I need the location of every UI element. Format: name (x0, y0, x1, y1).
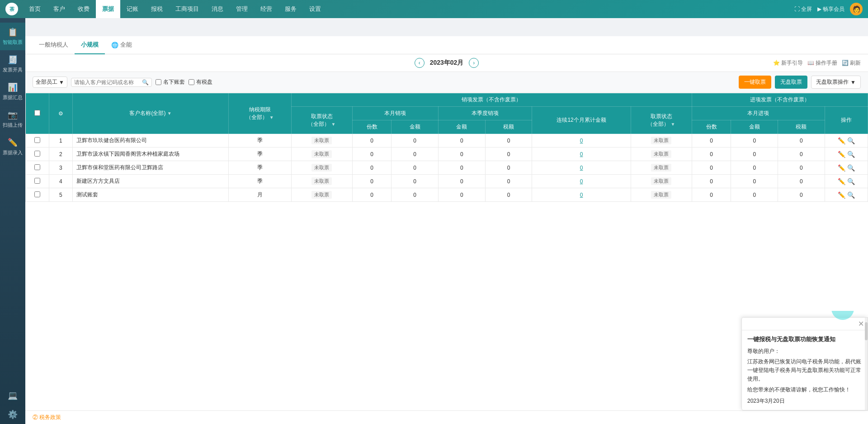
row4-checkbox[interactable] (26, 175, 49, 188)
tax-period-filter-icon[interactable]: ▼ (269, 115, 274, 120)
sales-status-filter-icon[interactable]: ▼ (331, 122, 335, 127)
row5-checkbox[interactable] (26, 188, 49, 202)
sidebar-item-computer[interactable]: 💻 (0, 386, 25, 405)
purchase-status-filter-icon[interactable]: ▼ (671, 122, 675, 127)
nav-home[interactable]: 首页 (23, 0, 47, 18)
row1-checkbox[interactable] (26, 134, 49, 148)
row4-sales-quarter-tax: 0 (485, 175, 532, 188)
nav-business[interactable]: 工商项目 (169, 0, 205, 18)
table-header-row1: ⚙ 客户名称(全部) ▼ 纳税期限（全部） ▼ 销项发票（不含作废票） 进项发票… (26, 93, 868, 107)
nav-invoice[interactable]: 票据 (96, 0, 120, 18)
no-disk-ticket-btn[interactable]: 无盘取票 (775, 76, 807, 89)
notification-date: 2023年3月20日 (747, 397, 862, 405)
row2-edit-icon[interactable]: ✏️ (838, 151, 845, 158)
nav-management[interactable]: 管理 (230, 0, 254, 18)
tab-all[interactable]: 🌐 全能 (105, 36, 138, 54)
member-btn[interactable]: ▶ 畅享会员 (817, 5, 844, 13)
tab-general-taxpayer[interactable]: 一般纳税人 (33, 36, 75, 54)
row1-sales-month-count: 0 (352, 134, 391, 148)
row4-12month[interactable]: 0 (532, 175, 631, 188)
col-customer-name-header[interactable]: 客户名称(全部) ▼ (72, 93, 229, 134)
row2-checkbox[interactable] (26, 148, 49, 161)
user-avatar[interactable]: 🧑 (850, 3, 863, 15)
row3-sales-quarter-amount: 0 (438, 161, 485, 175)
period-nav-right: ⭐ 新手引导 📖 操作手册 🔄 刷新 (773, 59, 861, 67)
refresh-btn[interactable]: 🔄 刷新 (842, 59, 861, 67)
col-purchase-status-header[interactable]: 取票状态（全部） ▼ (631, 107, 692, 134)
row5-12month[interactable]: 0 (532, 188, 631, 202)
sidebar: 📋 智能取票 🧾 发票开具 📊 票据汇总 📷 扫描上传 ✏️ 票据录入 💻 ⚙️ (0, 18, 25, 424)
table-body: 1 卫辉市玖玖健合医药有限公司 季 未取票 0 0 0 0 0 未取票 0 0 … (26, 134, 868, 202)
notification-scrollbar[interactable] (865, 318, 868, 410)
next-period-btn[interactable]: › (469, 58, 479, 68)
one-key-ticket-btn[interactable]: 一键取票 (739, 76, 771, 89)
row3-edit-icon[interactable]: ✏️ (838, 164, 845, 172)
row4-view-icon[interactable]: 🔍 (847, 178, 855, 185)
row1-sales-status: 未取票 (291, 134, 352, 148)
notification-title: 一键报税与无盘取票功能恢复通知 (747, 335, 862, 344)
nav-bookkeeping[interactable]: 记账 (120, 0, 145, 18)
table-row: 3 卫辉市保和堂医药有限公司卫辉路店 季 未取票 0 0 0 0 0 未取票 0… (26, 161, 868, 175)
row3-view-icon[interactable]: 🔍 (847, 164, 855, 172)
sidebar-item-entry[interactable]: ✏️ 票据录入 (0, 133, 25, 161)
sidebar-item-scan[interactable]: 📷 扫描上传 (0, 105, 25, 133)
row5-view-icon[interactable]: 🔍 (847, 191, 855, 199)
row1-edit-icon[interactable]: ✏️ (838, 137, 845, 144)
select-all-checkbox[interactable] (34, 110, 40, 116)
row2-sales-quarter-tax: 0 (485, 148, 532, 161)
tab-small-scale[interactable]: 小规模 (75, 36, 105, 54)
row5-sales-quarter-tax: 0 (485, 188, 532, 202)
row1-view-icon[interactable]: 🔍 (847, 137, 855, 144)
tax-policy-link[interactable]: ② 税务政策 (33, 414, 61, 420)
summary-icon: 📊 (8, 82, 18, 92)
footer[interactable]: ② 税务政策 (25, 410, 868, 424)
sidebar-item-smart-ticket[interactable]: 📋 智能取票 (0, 23, 25, 50)
nav-operation[interactable]: 经营 (254, 0, 278, 18)
row1-no: 1 (49, 134, 72, 148)
col-sales-month-amount-header: 金额 (392, 120, 439, 134)
row2-purchase-month-count: 0 (692, 148, 731, 161)
notification-close-btn[interactable]: ✕ (858, 319, 864, 328)
row5-edit-icon[interactable]: ✏️ (838, 191, 845, 199)
no-disk-ops-btn[interactable]: 无盘取票操作 ▼ (811, 76, 861, 89)
col-purchase-month-count-header: 份数 (692, 120, 731, 134)
sidebar-item-help[interactable]: ⚙️ (0, 405, 25, 424)
nav-tax[interactable]: 报税 (145, 0, 169, 18)
has-disk-checkbox[interactable]: 有税盘 (189, 78, 212, 86)
nav-service[interactable]: 服务 (278, 0, 303, 18)
nav-settings[interactable]: 设置 (303, 0, 327, 18)
customer-name-filter-icon[interactable]: ▼ (167, 111, 172, 116)
search-icon[interactable]: 🔍 (142, 79, 149, 86)
row2-12month[interactable]: 0 (532, 148, 631, 161)
row3-12month[interactable]: 0 (532, 161, 631, 175)
table-row: 4 新建区方方文具店 季 未取票 0 0 0 0 0 未取票 0 0 0 ✏️ (26, 175, 868, 188)
col-tax-period-header[interactable]: 纳税期限（全部） ▼ (229, 93, 291, 134)
employee-select[interactable]: 全部员工 ▼ (33, 76, 67, 88)
col-sales-status-header[interactable]: 取票状态（全部） ▼ (291, 107, 352, 134)
sidebar-item-invoice[interactable]: 🧾 发票开具 (0, 50, 25, 78)
row4-edit-icon[interactable]: ✏️ (838, 178, 845, 185)
search-input[interactable] (74, 79, 142, 86)
toolbar: 全部员工 ▼ 🔍 名下账套 有税盘 一键取票 无盘取票 无盘取票操作 ▼ (25, 72, 868, 93)
row4-no: 4 (49, 175, 72, 188)
row5-sales-quarter-amount: 0 (438, 188, 485, 202)
col-12month-header: 连续12个月累计金额 (532, 107, 631, 134)
prev-period-btn[interactable]: ‹ (415, 58, 425, 68)
my-accounts-checkbox[interactable]: 名下账套 (156, 78, 185, 86)
fullscreen-btn[interactable]: ⛶ 全屏 (794, 5, 812, 13)
nav-customer[interactable]: 客户 (47, 0, 71, 18)
manual-btn[interactable]: 📖 操作手册 (807, 59, 837, 67)
member-icon: ▶ (817, 6, 821, 12)
nav-message[interactable]: 消息 (205, 0, 230, 18)
col-month-purchase-header: 本月进项 (692, 107, 825, 120)
col-quarter-sales-header: 本季度销项 (438, 107, 532, 120)
nav-fee[interactable]: 收费 (71, 0, 96, 18)
row3-checkbox[interactable] (26, 161, 49, 175)
new-guide-btn[interactable]: ⭐ 新手引导 (773, 59, 803, 67)
row5-purchase-month-amount: 0 (731, 188, 778, 202)
row2-sales-month-amount: 0 (392, 148, 439, 161)
notification-salutation: 尊敬的用户： (747, 347, 862, 356)
row1-12month[interactable]: 0 (532, 134, 631, 148)
sidebar-item-summary[interactable]: 📊 票据汇总 (0, 78, 25, 105)
row2-view-icon[interactable]: 🔍 (847, 151, 855, 158)
